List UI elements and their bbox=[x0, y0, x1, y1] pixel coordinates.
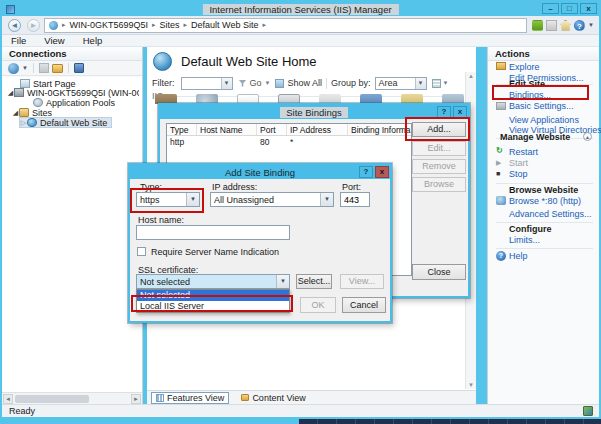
action-stop[interactable]: Stop bbox=[509, 169, 528, 179]
view-button[interactable]: View... bbox=[340, 274, 384, 289]
ip-address-select[interactable]: All Unassigned ▼ bbox=[210, 192, 334, 207]
dialog-title: Add Site Binding bbox=[225, 167, 295, 178]
action-help[interactable]: Help bbox=[509, 251, 528, 261]
save-connections-icon[interactable] bbox=[39, 63, 49, 73]
port-input[interactable] bbox=[340, 192, 370, 207]
help-icon[interactable]: ? bbox=[574, 20, 585, 31]
cancel-button[interactable]: Cancel bbox=[342, 297, 386, 313]
menu-file[interactable]: File bbox=[2, 35, 35, 46]
host-name-input[interactable] bbox=[136, 225, 290, 240]
go-button[interactable]: Go bbox=[250, 78, 262, 88]
up-folder-icon[interactable] bbox=[52, 64, 63, 73]
messages-icon[interactable] bbox=[546, 20, 557, 31]
bindings-highlight bbox=[492, 85, 589, 100]
col-host-name[interactable]: Host Name bbox=[197, 124, 257, 135]
menu-help[interactable]: Help bbox=[74, 35, 112, 46]
close-button[interactable]: x bbox=[580, 3, 597, 14]
scroll-down-icon[interactable]: ▼ bbox=[466, 382, 476, 388]
action-advanced-settings[interactable]: Advanced Settings... bbox=[509, 209, 592, 219]
connections-toolbar: ▼ bbox=[2, 61, 142, 76]
status-bar: Ready bbox=[2, 404, 599, 417]
connections-header: Connections bbox=[2, 47, 142, 61]
sites-folder-icon bbox=[19, 108, 29, 117]
sni-checkbox[interactable] bbox=[137, 247, 146, 256]
breadcrumb[interactable]: ▸ WIN-0GKT5699Q5I ▸ Sites ▸ Default Web … bbox=[44, 18, 527, 33]
new-connection-icon[interactable] bbox=[8, 63, 19, 74]
breadcrumb-website[interactable]: Default Web Site bbox=[189, 20, 260, 30]
action-restart[interactable]: Restart bbox=[509, 147, 538, 157]
select-button[interactable]: Select... bbox=[296, 274, 332, 289]
filter-input[interactable]: ▼ bbox=[181, 77, 233, 90]
manage-website-header: Manage Website bbox=[500, 132, 570, 142]
address-bar: ◄ ► ▸ WIN-0GKT5699Q5I ▸ Sites ▸ Default … bbox=[2, 16, 599, 35]
show-all-icon bbox=[275, 79, 284, 88]
add-button-highlight bbox=[405, 117, 470, 141]
tab-features-view[interactable]: Features View bbox=[151, 392, 229, 404]
chevron-down-icon[interactable]: ▼ bbox=[265, 80, 271, 86]
scroll-left-icon[interactable]: ◄ bbox=[3, 394, 13, 404]
menu-view[interactable]: View bbox=[35, 35, 73, 46]
browse-button[interactable]: Browse bbox=[412, 177, 466, 192]
tree-item-default-web-site[interactable]: ▷ Default Web Site bbox=[19, 117, 112, 128]
breadcrumb-sites[interactable]: Sites bbox=[158, 20, 182, 30]
chevron-down-icon[interactable]: ▼ bbox=[221, 78, 232, 89]
col-binding-info[interactable]: Binding Informa... bbox=[348, 124, 411, 135]
type-select-highlight bbox=[130, 188, 204, 213]
maximize-button[interactable]: □ bbox=[561, 3, 578, 14]
col-type[interactable]: Type bbox=[167, 124, 197, 135]
action-limits[interactable]: Limits... bbox=[509, 235, 540, 245]
action-browse-80[interactable]: Browse *:80 (http) bbox=[509, 196, 581, 206]
sort-icon[interactable] bbox=[432, 79, 441, 88]
stop-icon: ■ bbox=[496, 169, 506, 179]
binding-row[interactable]: http 80 * bbox=[167, 136, 411, 147]
edit-button[interactable]: Edit... bbox=[412, 141, 466, 156]
col-port[interactable]: Port bbox=[257, 124, 287, 135]
group-by-label: Group by: bbox=[331, 78, 371, 88]
titlebar: Internet Information Services (IIS) Mana… bbox=[2, 2, 599, 16]
ssl-certificate-select[interactable]: Not selected ▼ bbox=[136, 274, 290, 289]
scroll-right-icon[interactable]: ► bbox=[131, 394, 141, 404]
home-icon[interactable] bbox=[560, 20, 571, 31]
action-view-applications[interactable]: View Applications bbox=[509, 115, 579, 125]
feedback-icon[interactable] bbox=[532, 20, 543, 31]
delete-connection-icon[interactable] bbox=[74, 63, 84, 73]
help-dropdown-icon[interactable]: ▼ bbox=[588, 22, 594, 28]
new-connection-dropdown-icon[interactable]: ▼ bbox=[22, 65, 28, 71]
port-label: Port: bbox=[342, 182, 361, 192]
scroll-thumb[interactable] bbox=[15, 395, 89, 403]
host-name-label: Host name: bbox=[138, 215, 184, 225]
forward-icon[interactable]: ► bbox=[27, 19, 40, 32]
back-icon[interactable]: ◄ bbox=[8, 19, 21, 32]
addressbar-icons: ? ▼ bbox=[527, 20, 599, 31]
collapse-section-icon[interactable]: ▲ bbox=[583, 132, 592, 141]
dialog-help-icon[interactable]: ? bbox=[359, 166, 373, 178]
home-globe-icon bbox=[153, 52, 172, 71]
chevron-down-icon[interactable]: ▼ bbox=[415, 78, 426, 89]
collapse-icon[interactable]: ▷ bbox=[20, 119, 27, 126]
dialog-close-icon[interactable]: x bbox=[375, 166, 389, 178]
filter-bar: Filter: ▼ Go ▼ Show All Group by: Area▼ … bbox=[147, 75, 476, 91]
group-by-select[interactable]: Area▼ bbox=[375, 77, 427, 90]
remove-button[interactable]: Remove bbox=[412, 159, 466, 174]
col-ip-address[interactable]: IP Address bbox=[287, 124, 348, 135]
view-tabs: Features View Content View bbox=[147, 390, 476, 404]
action-explore[interactable]: Explore bbox=[509, 62, 540, 72]
tab-content-view[interactable]: Content View bbox=[237, 392, 309, 404]
show-all-button[interactable]: Show All bbox=[287, 78, 322, 88]
app-icon bbox=[6, 5, 15, 14]
breadcrumb-server[interactable]: WIN-0GKT5699Q5I bbox=[68, 20, 151, 30]
connections-hscrollbar[interactable]: ◄ ► bbox=[2, 392, 142, 404]
chevron-down-icon: ▼ bbox=[276, 275, 289, 288]
start-icon: ▶ bbox=[496, 158, 506, 168]
minimize-button[interactable]: – bbox=[542, 3, 559, 14]
ok-button[interactable]: OK bbox=[300, 297, 336, 313]
action-basic-settings[interactable]: Basic Settings... bbox=[509, 101, 574, 111]
expand-icon[interactable]: ◢ bbox=[12, 109, 19, 116]
expand-icon[interactable]: ◢ bbox=[7, 89, 14, 96]
close-button[interactable]: Close bbox=[412, 264, 466, 280]
chevron-down-icon[interactable]: ▼ bbox=[443, 80, 449, 86]
scroll-up-icon[interactable]: ▲ bbox=[466, 73, 476, 79]
browse-website-header: Browse Website bbox=[509, 185, 578, 195]
action-start[interactable]: Start bbox=[509, 158, 528, 168]
explore-icon bbox=[496, 62, 506, 70]
